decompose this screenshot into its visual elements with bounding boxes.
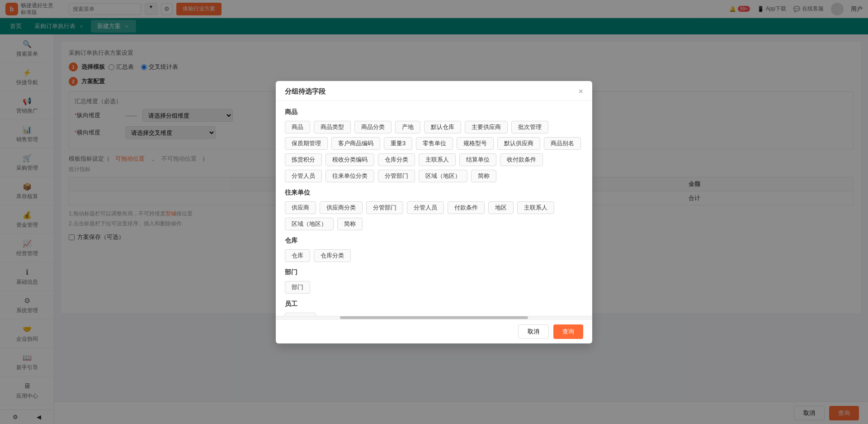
modal-footer: 取消 查询 (276, 319, 592, 343)
field-tag[interactable]: 规格型号 (457, 137, 494, 150)
modal-title: 分组待选字段 (285, 87, 326, 96)
field-tag[interactable]: 简称 (337, 218, 363, 230)
group-title-partner: 往来单位 (285, 189, 583, 197)
field-tags-department: 部门 (285, 281, 583, 294)
modal-confirm-button[interactable]: 查询 (553, 324, 583, 339)
group-title-employee: 员工 (285, 300, 583, 308)
field-tag[interactable]: 结算单位 (459, 153, 496, 166)
field-tag[interactable]: 仓库分类 (314, 249, 351, 262)
field-tag[interactable]: 供应商分类 (320, 201, 363, 214)
group-title-warehouse: 仓库 (285, 237, 583, 245)
field-tag[interactable]: 默认供应商 (497, 137, 540, 150)
field-tag[interactable]: 区域（地区） (285, 218, 334, 230)
field-tag[interactable]: 部门 (285, 281, 310, 294)
field-tag[interactable]: 保质期管理 (285, 137, 328, 150)
field-tag[interactable]: 批次管理 (511, 121, 548, 133)
modal-horizontal-scrollbar[interactable] (276, 316, 592, 319)
field-tag[interactable]: 主要供应商 (465, 121, 508, 133)
field-tag[interactable]: 收付款条件 (500, 153, 543, 166)
field-tags-partner: 供应商 供应商分类 分管部门 分管人员 付款条件 地区 主联系人 区域（地区） … (285, 201, 583, 230)
modal-cancel-button[interactable]: 取消 (518, 324, 549, 339)
modal-body: 商品 商品 商品类型 商品分类 产地 默认仓库 主要供应商 批次管理 保质期管理… (276, 101, 592, 316)
field-tag[interactable]: 商品 (285, 121, 310, 133)
field-tag[interactable]: 重量3 (384, 137, 412, 150)
modal-overlay: 分组待选字段 × 商品 商品 商品类型 商品分类 产地 默认仓库 主要供应商 批… (0, 0, 868, 424)
field-tag[interactable]: 地区 (488, 201, 514, 214)
field-tag[interactable]: 产地 (395, 121, 420, 133)
field-tag[interactable]: 分管人员 (407, 201, 444, 214)
field-tag[interactable]: 供应商 (285, 201, 316, 214)
field-tag[interactable]: 简称 (471, 170, 496, 182)
field-tag[interactable]: 付款条件 (448, 201, 485, 214)
field-tag[interactable]: 往来单位分类 (326, 170, 374, 182)
field-tag[interactable]: 主联系人 (517, 201, 554, 214)
field-tag[interactable]: 商品别名 (544, 137, 581, 150)
field-tag[interactable]: 仓库 (285, 249, 310, 262)
field-tag[interactable]: 税收分类编码 (326, 153, 374, 166)
field-tags-employee: 业务员 (285, 313, 583, 316)
field-tag[interactable]: 默认仓库 (424, 121, 461, 133)
modal-close-button[interactable]: × (578, 87, 583, 95)
field-tag[interactable]: 零售单位 (416, 137, 453, 150)
field-tag[interactable]: 商品分类 (354, 121, 392, 133)
field-tag[interactable]: 区域（地区） (419, 170, 467, 182)
field-tag[interactable]: 客户商品编码 (331, 137, 380, 150)
field-tag[interactable]: 分管部门 (366, 201, 403, 214)
modal: 分组待选字段 × 商品 商品 商品类型 商品分类 产地 默认仓库 主要供应商 批… (276, 81, 592, 343)
field-tag[interactable]: 分管部门 (378, 170, 415, 182)
field-tag[interactable]: 分管人员 (285, 170, 322, 182)
field-tags-product: 商品 商品类型 商品分类 产地 默认仓库 主要供应商 批次管理 保质期管理 客户… (285, 121, 583, 182)
field-tag[interactable]: 仓库分类 (378, 153, 415, 166)
field-tag[interactable]: 商品类型 (314, 121, 351, 133)
field-tag[interactable]: 拣货积分 (285, 153, 322, 166)
modal-header: 分组待选字段 × (276, 81, 592, 101)
field-tag[interactable]: 主联系人 (419, 153, 456, 166)
group-title-department: 部门 (285, 268, 583, 276)
field-tag[interactable]: 业务员 (285, 313, 316, 316)
group-title-product: 商品 (285, 108, 583, 116)
field-tags-warehouse: 仓库 仓库分类 (285, 249, 583, 262)
